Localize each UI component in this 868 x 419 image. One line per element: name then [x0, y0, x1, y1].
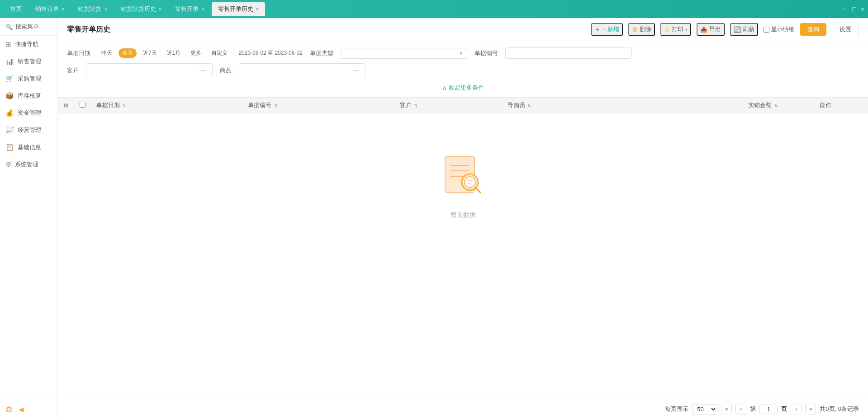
- page-header: 零售开单历史 ＋ + 新增 🗑 删除 🖨 打印 ▾ 📤 导出: [58, 18, 868, 41]
- sidebar-item-label: 基础信息: [18, 143, 41, 151]
- th-customer[interactable]: 客户 ⇅: [394, 98, 502, 113]
- current-page-input[interactable]: [759, 405, 778, 414]
- sidebar-bottom: ⚙ ◄: [0, 400, 57, 419]
- query-button[interactable]: 查询: [800, 23, 826, 36]
- data-table: ⚙ 单据日期 ⇅ 单据编号 ⇅: [58, 98, 868, 255]
- window-close-button[interactable]: ×: [861, 5, 864, 13]
- date-btn-today[interactable]: 今天: [119, 48, 137, 58]
- doc-no-input[interactable]: [505, 47, 632, 59]
- show-detail-checkbox-label[interactable]: 显示明细: [764, 25, 795, 33]
- per-page-select[interactable]: 10 20 50 100: [692, 404, 717, 414]
- filter-area: 单据日期 昨天 今天 近7天 近1月 更多 自定义 2023-06-02 至 2…: [58, 41, 868, 98]
- sales-icon: 📊: [5, 57, 14, 66]
- purchase-icon: 🛒: [5, 75, 14, 83]
- doc-type-select[interactable]: ▾: [341, 48, 467, 59]
- table-body: 暂无数据: [58, 113, 868, 256]
- base-info-icon: 📋: [5, 143, 14, 151]
- settings-bottom-icon[interactable]: ⚙: [5, 405, 13, 414]
- sidebar-item-label: 经营管理: [18, 126, 41, 134]
- date-filters: 昨天 今天 近7天 近1月 更多 自定义: [98, 48, 231, 58]
- quick-nav-icon: ⊞: [5, 40, 11, 48]
- sidebar-item-system[interactable]: ⚙ 系统管理: [0, 156, 57, 173]
- empty-illustration: [436, 150, 490, 204]
- th-doc-no[interactable]: 单据编号 ⇅: [242, 98, 394, 113]
- empty-text: 暂无数据: [451, 211, 476, 219]
- sidebar-item-base-info[interactable]: 📋 基础信息: [0, 139, 57, 156]
- tab-close-retail-history[interactable]: ×: [256, 6, 259, 12]
- add-button[interactable]: ＋ + 新增: [591, 23, 623, 36]
- sort-date-icon: ⇅: [123, 103, 126, 108]
- sort-customer-icon: ⇅: [414, 103, 417, 108]
- doc-type-label: 单据类型: [310, 49, 333, 57]
- export-button[interactable]: 📤 导出: [697, 23, 725, 36]
- select-all-checkbox[interactable]: [80, 102, 85, 108]
- tab-home[interactable]: 首页: [4, 2, 28, 16]
- sidebar-item-label: 系统管理: [15, 160, 38, 169]
- empty-state-row: 暂无数据: [58, 113, 868, 256]
- sidebar-item-label: 快捷导航: [15, 40, 38, 48]
- sidebar-item-finance[interactable]: 💰 资金管理: [0, 104, 57, 122]
- settings-button[interactable]: 设置: [832, 23, 859, 36]
- tab-sales-order[interactable]: 销售订单 ×: [29, 2, 71, 16]
- last-page-button[interactable]: »: [805, 404, 816, 414]
- sidebar-item-sales[interactable]: 📊 销售管理: [0, 53, 57, 70]
- refresh-button[interactable]: 🔄 刷新: [730, 23, 758, 36]
- customer-select[interactable]: ···: [86, 63, 213, 77]
- sidebar-item-operations[interactable]: 📈 经营管理: [0, 122, 57, 139]
- window-controls: － □ ×: [841, 5, 864, 13]
- date-btn-7days[interactable]: 近7天: [139, 48, 161, 58]
- product-select[interactable]: ···: [239, 63, 365, 77]
- print-dropdown-icon: ▾: [685, 27, 688, 32]
- tab-return[interactable]: 销货退货 ×: [71, 2, 113, 16]
- print-button[interactable]: 🖨 打印 ▾: [660, 23, 691, 36]
- show-detail-checkbox[interactable]: [764, 27, 769, 33]
- empty-state-cell: 暂无数据: [58, 113, 868, 256]
- sidebar-item-quick-nav[interactable]: ⊞ 快捷导航: [0, 36, 57, 53]
- th-gear[interactable]: ⚙: [58, 98, 74, 113]
- product-ellipsis-icon[interactable]: ···: [350, 66, 360, 75]
- sidebar: 🔍 搜索菜单 ⊞ 快捷导航 📊 销售管理 🛒 采购管理 📦 库存核算 💰 资金管…: [0, 18, 58, 419]
- table-container[interactable]: ⚙ 单据日期 ⇅ 单据编号 ⇅: [58, 98, 868, 399]
- main-layout: 🔍 搜索菜单 ⊞ 快捷导航 📊 销售管理 🛒 采购管理 📦 库存核算 💰 资金管…: [0, 18, 868, 419]
- prev-page-button[interactable]: ‹: [735, 404, 746, 414]
- pagination: 每页显示 10 20 50 100 « ‹ 第 页 › » 共0页, 0条记录: [58, 399, 868, 419]
- tab-retail-order[interactable]: 零售开单 ×: [169, 2, 210, 16]
- gear-icon[interactable]: ⚙: [63, 102, 69, 109]
- minimize-button[interactable]: －: [841, 5, 848, 13]
- sidebar-item-inventory[interactable]: 📦 库存核算: [0, 87, 57, 104]
- sidebar-search-label: 搜索菜单: [15, 23, 39, 31]
- sidebar-search[interactable]: 🔍 搜索菜单: [0, 18, 57, 36]
- tab-close-retail-order[interactable]: ×: [201, 6, 204, 12]
- sidebar-item-purchase[interactable]: 🛒 采购管理: [0, 70, 57, 87]
- operations-icon: 📈: [5, 126, 14, 134]
- doc-no-label: 单据编号: [474, 49, 498, 57]
- product-label: 商品: [220, 66, 232, 75]
- date-btn-custom[interactable]: 自定义: [208, 48, 231, 58]
- tab-close-return-history[interactable]: ×: [159, 6, 161, 12]
- collapse-icon[interactable]: ◄: [17, 405, 25, 414]
- tab-retail-history[interactable]: 零售开单历史 ×: [212, 2, 265, 16]
- customer-ellipsis-icon[interactable]: ···: [197, 66, 208, 75]
- filter-row-2: 客户 ··· 商品 ···: [67, 63, 859, 77]
- page-title: 零售开单历史: [67, 25, 110, 34]
- collapse-more-btn[interactable]: ∧ 收起更多条件: [67, 82, 859, 94]
- inventory-icon: 📦: [5, 92, 14, 100]
- tab-close-return[interactable]: ×: [104, 6, 107, 12]
- content-area: 零售开单历史 ＋ + 新增 🗑 删除 🖨 打印 ▾ 📤 导出: [58, 18, 868, 419]
- th-salesperson[interactable]: 导购员 ⇅: [502, 98, 632, 113]
- sidebar-item-label: 销售管理: [18, 57, 41, 66]
- tab-return-history[interactable]: 销货退货历史 ×: [114, 2, 168, 16]
- th-check[interactable]: [74, 98, 91, 113]
- date-btn-yesterday[interactable]: 昨天: [98, 48, 116, 58]
- print-icon: 🖨: [664, 26, 670, 33]
- th-amount[interactable]: 实销金额 ⇅: [632, 98, 783, 113]
- maximize-button[interactable]: □: [852, 5, 856, 13]
- table-header-row: ⚙ 单据日期 ⇅ 单据编号 ⇅: [58, 98, 868, 113]
- tab-close-sales-order[interactable]: ×: [62, 6, 64, 12]
- date-btn-more[interactable]: 更多: [187, 48, 205, 58]
- date-btn-1month[interactable]: 近1月: [163, 48, 185, 58]
- next-page-button[interactable]: ›: [791, 404, 802, 414]
- first-page-button[interactable]: «: [721, 404, 732, 414]
- delete-button[interactable]: 🗑 删除: [628, 23, 655, 36]
- th-date[interactable]: 单据日期 ⇅: [91, 98, 242, 113]
